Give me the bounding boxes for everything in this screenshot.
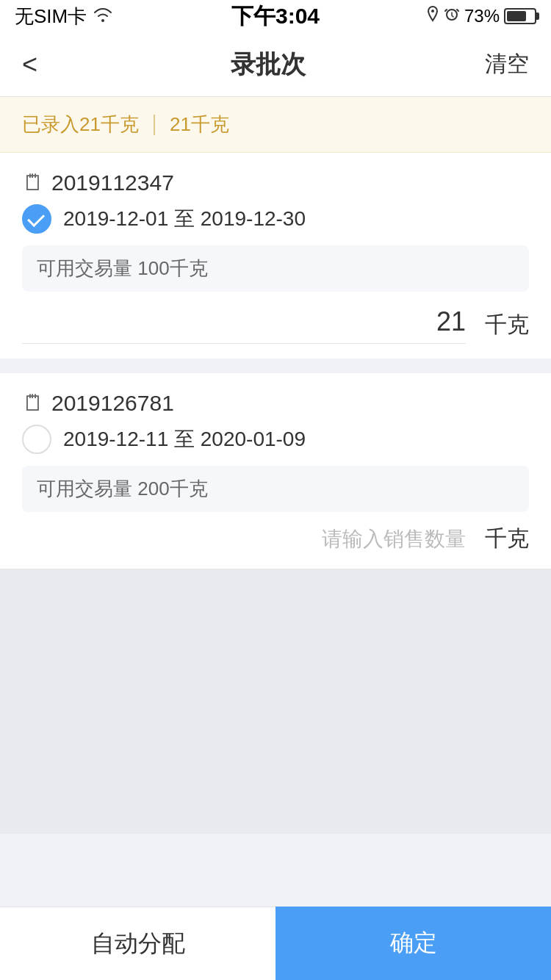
status-time: 下午3:04 <box>231 1 320 32</box>
quantity-input-wrapper-1: 21 <box>22 306 466 344</box>
quantity-unit-2: 千克 <box>485 524 529 554</box>
quantity-value-1[interactable]: 21 <box>407 306 466 337</box>
carrier-text: 无SIM卡 <box>15 4 87 29</box>
quantity-unit-1: 千克 <box>485 310 529 340</box>
battery-icon <box>504 8 536 24</box>
status-bar: 无SIM卡 下午3:04 73% <box>0 0 551 32</box>
quantity-row-2: 请输入销售数量 千克 <box>0 512 551 569</box>
available-volume-2: 可用交易量 200千克 <box>22 466 529 512</box>
battery-percent: 73% <box>464 6 500 26</box>
page-title: 录批次 <box>66 48 470 82</box>
batch-item-1: 🗒 2019112347 2019-12-01 至 2019-12-30 可用交… <box>0 153 551 359</box>
batch-date-1: 2019-12-01 至 2019-12-30 <box>63 205 306 233</box>
batch-id-icon-1: 🗒 <box>22 170 44 195</box>
location-icon <box>426 6 439 26</box>
available-volume-1: 可用交易量 100千克 <box>22 245 529 292</box>
back-button[interactable]: < <box>22 49 66 80</box>
batch-header-1: 🗒 2019112347 <box>22 170 529 195</box>
batch-id-2: 2019126781 <box>51 391 174 416</box>
svg-point-0 <box>431 10 434 12</box>
clear-button[interactable]: 清空 <box>470 49 529 79</box>
confirm-button[interactable]: 确定 <box>276 907 551 980</box>
status-right: 73% <box>426 6 536 26</box>
batch-header-2: 🗒 2019126781 <box>22 391 529 416</box>
status-left: 无SIM卡 <box>15 4 113 29</box>
batch-date-row-2: 2019-12-11 至 2020-01-09 <box>22 425 529 454</box>
section-gap-1 <box>0 359 551 373</box>
content-area <box>0 569 551 834</box>
batch-item-2: 🗒 2019126781 2019-12-11 至 2020-01-09 可用交… <box>0 373 551 569</box>
wifi-icon <box>93 5 113 28</box>
summary-label: 已录入21千克 <box>22 112 139 137</box>
summary-banner: 已录入21千克 21千克 <box>0 97 551 153</box>
auto-distribute-button[interactable]: 自动分配 <box>0 907 276 980</box>
bottom-bar: 自动分配 确定 <box>0 907 551 980</box>
quantity-row-1: 21 千克 <box>0 292 551 359</box>
nav-bar: < 录批次 清空 <box>0 32 551 97</box>
batch-radio-1[interactable] <box>22 204 51 234</box>
batch-date-row-1: 2019-12-01 至 2019-12-30 <box>22 204 529 234</box>
summary-divider <box>154 115 155 135</box>
batch-id-1: 2019112347 <box>51 170 174 195</box>
batch-date-2: 2019-12-11 至 2020-01-09 <box>63 425 306 453</box>
alarm-icon <box>444 6 460 26</box>
batch-id-icon-2: 🗒 <box>22 391 44 416</box>
batch-radio-2[interactable] <box>22 425 51 454</box>
quantity-placeholder-2[interactable]: 请输入销售数量 <box>322 525 466 553</box>
summary-amount: 21千克 <box>170 112 229 137</box>
